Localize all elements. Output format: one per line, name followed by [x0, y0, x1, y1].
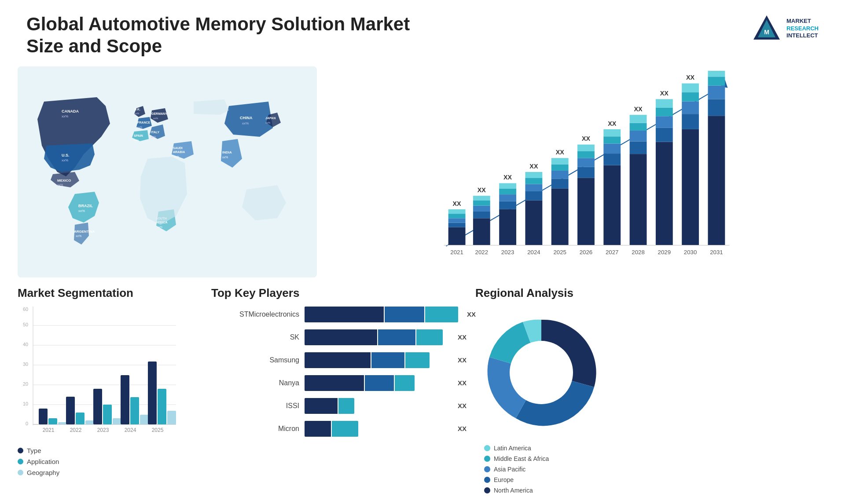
svg-rect-86 [656, 142, 673, 245]
player-xx: XX [467, 310, 476, 318]
svg-rect-132 [48, 418, 57, 424]
svg-rect-88 [656, 116, 673, 128]
logo-text: MARKET RESEARCH INTELLECT [786, 18, 819, 40]
svg-text:2022: 2022 [475, 249, 489, 256]
bar-segment-dark [305, 375, 364, 391]
svg-rect-87 [656, 128, 673, 142]
donut-chart [475, 307, 607, 438]
svg-rect-80 [630, 154, 647, 245]
svg-text:2022: 2022 [70, 427, 82, 433]
svg-rect-68 [577, 178, 595, 245]
svg-text:SPAIN: SPAIN [134, 134, 143, 137]
svg-text:CANADA: CANADA [62, 109, 79, 113]
seg-legend-type: Type [18, 447, 202, 454]
player-name: Samsung [211, 356, 299, 364]
svg-rect-148 [158, 389, 166, 424]
svg-text:2023: 2023 [501, 249, 514, 256]
svg-rect-133 [58, 422, 67, 424]
bar-segment-mid [378, 329, 415, 345]
bottom-content: Market Segmentation 0 10 20 30 40 50 60 [0, 278, 845, 504]
svg-rect-99 [708, 99, 725, 116]
svg-rect-54 [499, 183, 516, 188]
bar-segment-dark [305, 352, 371, 368]
player-row: ISSI XX [211, 398, 467, 414]
legend-apac: Asia Pacific [484, 466, 643, 473]
player-row: SK XX [211, 329, 467, 345]
svg-rect-145 [140, 415, 149, 424]
bar-segment-light [395, 375, 415, 391]
svg-text:xx%: xx% [137, 126, 143, 128]
svg-text:xx%: xx% [174, 155, 180, 158]
player-bar [305, 329, 449, 345]
main-content: CANADA xx% U.S. xx% MEXICO xx% BRAZIL xx… [0, 66, 845, 278]
legend-latin: Latin America [484, 445, 643, 452]
svg-rect-65 [551, 164, 569, 170]
player-xx: XX [458, 402, 467, 409]
player-name: Nanya [211, 379, 299, 387]
svg-rect-137 [85, 420, 94, 424]
svg-text:xx%: xx% [134, 139, 139, 142]
svg-text:2025: 2025 [152, 427, 164, 433]
svg-text:M: M [764, 29, 769, 36]
seg-legend-application: Application [18, 458, 202, 465]
svg-text:10: 10 [23, 401, 28, 406]
player-row: Nanya XX [211, 375, 467, 391]
na-dot [484, 487, 490, 493]
svg-text:xx%: xx% [134, 112, 140, 115]
bar-segment-light [332, 421, 358, 437]
svg-text:xx%: xx% [265, 121, 271, 124]
europe-dot [484, 477, 490, 483]
svg-text:U.K.: U.K. [134, 108, 140, 111]
svg-text:xx%: xx% [222, 156, 228, 159]
svg-rect-83 [630, 123, 647, 130]
svg-rect-47 [473, 200, 490, 205]
svg-text:ARGENTINA: ARGENTINA [74, 230, 95, 234]
player-name: SK [211, 333, 299, 341]
bar-segment-dark [305, 329, 377, 345]
svg-rect-39 [448, 223, 466, 227]
svg-text:xx%: xx% [78, 209, 85, 213]
svg-rect-66 [551, 158, 569, 164]
svg-rect-69 [577, 167, 595, 178]
svg-rect-141 [113, 418, 121, 424]
player-bar [305, 421, 449, 437]
bar-segment-dark [305, 307, 384, 322]
svg-rect-71 [577, 151, 595, 158]
svg-rect-131 [39, 409, 48, 424]
world-map: CANADA xx% U.S. xx% MEXICO xx% BRAZIL xx… [18, 66, 317, 278]
svg-rect-72 [577, 144, 595, 151]
svg-text:xx%: xx% [57, 183, 63, 186]
svg-text:XX: XX [453, 200, 462, 207]
svg-text:2031: 2031 [710, 249, 723, 256]
geography-dot [18, 470, 23, 475]
player-xx: XX [458, 425, 467, 432]
svg-rect-77 [603, 136, 621, 143]
svg-text:2021: 2021 [43, 427, 55, 433]
svg-rect-96 [682, 83, 699, 92]
svg-text:BRAZIL: BRAZIL [78, 204, 93, 208]
svg-rect-51 [499, 201, 516, 209]
svg-text:60: 60 [23, 307, 28, 312]
svg-text:30: 30 [23, 362, 28, 367]
svg-text:xx%: xx% [62, 114, 68, 118]
svg-rect-84 [630, 115, 647, 123]
svg-rect-50 [499, 209, 516, 245]
svg-rect-40 [448, 218, 466, 223]
svg-text:XX: XX [529, 163, 538, 170]
bar-segment-light [338, 398, 354, 414]
player-bar [305, 375, 449, 391]
bar-chart-svg: XX XX XX XX [334, 71, 819, 273]
svg-text:40: 40 [23, 342, 28, 347]
svg-text:xx%: xx% [158, 226, 163, 228]
svg-text:xx%: xx% [76, 234, 81, 237]
svg-rect-70 [577, 158, 595, 167]
svg-text:ARABIA: ARABIA [173, 150, 185, 153]
player-xx: XX [458, 379, 467, 387]
apac-dot [484, 466, 490, 472]
svg-rect-100 [708, 86, 725, 99]
svg-rect-62 [551, 189, 569, 245]
svg-rect-59 [525, 178, 542, 184]
segmentation-chart: 0 10 20 30 40 50 60 2021 [18, 307, 185, 438]
svg-text:2030: 2030 [684, 249, 697, 256]
bar-segment-light [405, 352, 430, 368]
